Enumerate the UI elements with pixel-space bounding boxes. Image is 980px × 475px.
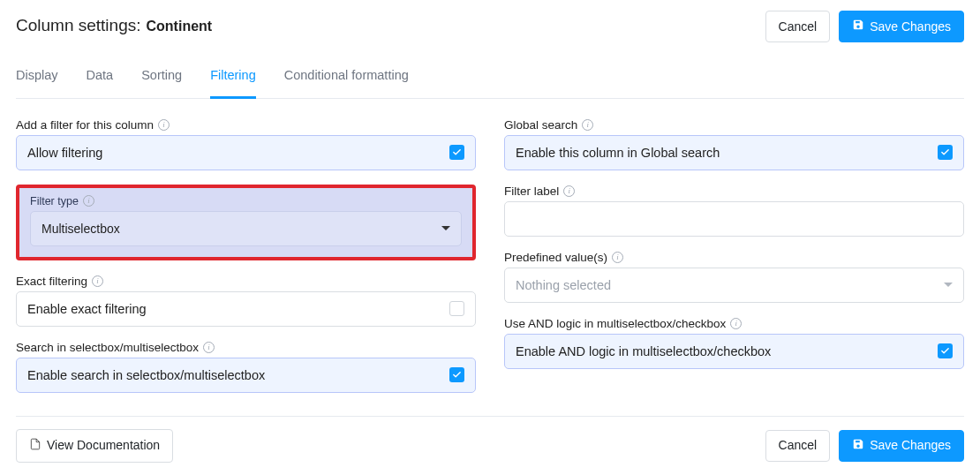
exact-label: Exact filtering — [16, 275, 87, 288]
search-selectbox-text: Enable search in selectbox/multiselectbo… — [27, 368, 265, 382]
exact-label-row: Exact filtering i — [16, 275, 476, 288]
view-documentation-label: View Documentation — [47, 438, 160, 453]
cancel-button[interactable]: Cancel — [765, 11, 831, 42]
content: Add a filter for this column i Allow fil… — [16, 118, 964, 393]
tab-conditional[interactable]: Conditional formatting — [284, 68, 409, 99]
filter-type-value: Multiselectbox — [41, 222, 120, 236]
right-column: Global search i Enable this column in Gl… — [504, 118, 964, 393]
predef-label-row: Predefined value(s) i — [504, 251, 964, 264]
info-icon[interactable]: i — [730, 318, 742, 329]
footer-cancel-label: Cancel — [779, 438, 818, 453]
info-icon[interactable]: i — [92, 275, 103, 287]
info-icon[interactable]: i — [612, 252, 623, 263]
left-column: Add a filter for this column i Allow fil… — [16, 118, 476, 393]
global-label: Global search — [504, 118, 577, 132]
exact-filtering-toggle[interactable]: Enable exact filtering — [16, 291, 476, 327]
search-selectbox-checkbox[interactable] — [449, 367, 464, 382]
chevron-down-icon — [441, 226, 450, 230]
and-label: Use AND logic in multiselectbox/checkbox — [504, 317, 726, 330]
view-documentation-button[interactable]: View Documentation — [16, 429, 173, 463]
filter-type-highlight: Filter type i Multiselectbox — [16, 185, 476, 260]
add-filter-label-row: Add a filter for this column i — [16, 118, 476, 132]
filter-label-label: Filter label — [504, 185, 559, 198]
page-title-column: Continent — [147, 19, 213, 34]
search-label: Search in selectbox/multiselectbox — [16, 341, 199, 354]
predefined-placeholder: Nothing selected — [516, 278, 611, 292]
document-icon — [29, 437, 41, 455]
save-button[interactable]: Save Changes — [839, 11, 964, 42]
header: Column settings: Continent Cancel Save C… — [16, 11, 964, 42]
and-logic-checkbox[interactable] — [938, 343, 953, 358]
global-label-row: Global search i — [504, 118, 964, 132]
info-icon[interactable]: i — [83, 195, 94, 207]
allow-filtering-text: Allow filtering — [27, 146, 102, 160]
global-search-checkbox[interactable] — [938, 145, 953, 160]
search-label-row: Search in selectbox/multiselectbox i — [16, 341, 476, 354]
tabs: Display Data Sorting Filtering Condition… — [16, 67, 964, 99]
field-exact-filtering: Exact filtering i Enable exact filtering — [16, 275, 476, 327]
page-title: Column settings: — [16, 16, 141, 35]
chevron-down-icon — [944, 283, 953, 287]
info-icon[interactable]: i — [582, 119, 593, 131]
page-title-group: Column settings: Continent — [16, 16, 212, 35]
tab-filtering[interactable]: Filtering — [210, 68, 256, 99]
footer-separator — [16, 416, 964, 417]
predef-label: Predefined value(s) — [504, 251, 607, 264]
allow-filtering-checkbox[interactable] — [449, 145, 464, 160]
search-selectbox-toggle[interactable]: Enable search in selectbox/multiselectbo… — [16, 358, 476, 393]
footer-save-button[interactable]: Save Changes — [839, 430, 964, 462]
filter-type-label: Filter type — [30, 195, 79, 207]
filter-label-label-row: Filter label i — [504, 185, 964, 198]
allow-filtering-toggle[interactable]: Allow filtering — [16, 135, 476, 170]
save-icon — [852, 438, 864, 454]
footer-cancel-button[interactable]: Cancel — [765, 430, 831, 462]
filter-label-input[interactable] — [504, 201, 964, 237]
footer: View Documentation Cancel Save Changes — [16, 429, 964, 463]
exact-filtering-text: Enable exact filtering — [27, 302, 147, 316]
and-logic-toggle[interactable]: Enable AND logic in multiselectbox/check… — [504, 334, 964, 369]
header-buttons: Cancel Save Changes — [765, 11, 964, 42]
field-add-filter: Add a filter for this column i Allow fil… — [16, 118, 476, 170]
tab-display[interactable]: Display — [16, 68, 58, 99]
filter-type-label-row: Filter type i — [30, 195, 462, 207]
predefined-values-select[interactable]: Nothing selected — [504, 268, 964, 303]
save-icon — [852, 19, 864, 34]
tab-sorting[interactable]: Sorting — [141, 68, 182, 99]
exact-filtering-checkbox[interactable] — [449, 301, 464, 316]
field-global-search: Global search i Enable this column in Gl… — [504, 118, 964, 170]
field-and-logic: Use AND logic in multiselectbox/checkbox… — [504, 317, 964, 369]
save-button-label: Save Changes — [870, 19, 951, 34]
global-search-text: Enable this column in Global search — [516, 146, 720, 160]
global-search-toggle[interactable]: Enable this column in Global search — [504, 135, 964, 170]
info-icon[interactable]: i — [563, 185, 575, 197]
footer-save-label: Save Changes — [870, 438, 951, 453]
footer-buttons: Cancel Save Changes — [765, 430, 964, 462]
info-icon[interactable]: i — [158, 119, 170, 131]
tab-data[interactable]: Data — [87, 68, 114, 99]
add-filter-label: Add a filter for this column — [16, 118, 154, 132]
and-label-row: Use AND logic in multiselectbox/checkbox… — [504, 317, 964, 330]
filter-type-select[interactable]: Multiselectbox — [30, 211, 462, 246]
info-icon[interactable]: i — [203, 342, 215, 353]
and-logic-text: Enable AND logic in multiselectbox/check… — [516, 344, 771, 358]
field-filter-label: Filter label i — [504, 185, 964, 237]
cancel-button-label: Cancel — [779, 19, 818, 34]
field-predefined-values: Predefined value(s) i Nothing selected — [504, 251, 964, 303]
field-search-selectbox: Search in selectbox/multiselectbox i Ena… — [16, 341, 476, 393]
